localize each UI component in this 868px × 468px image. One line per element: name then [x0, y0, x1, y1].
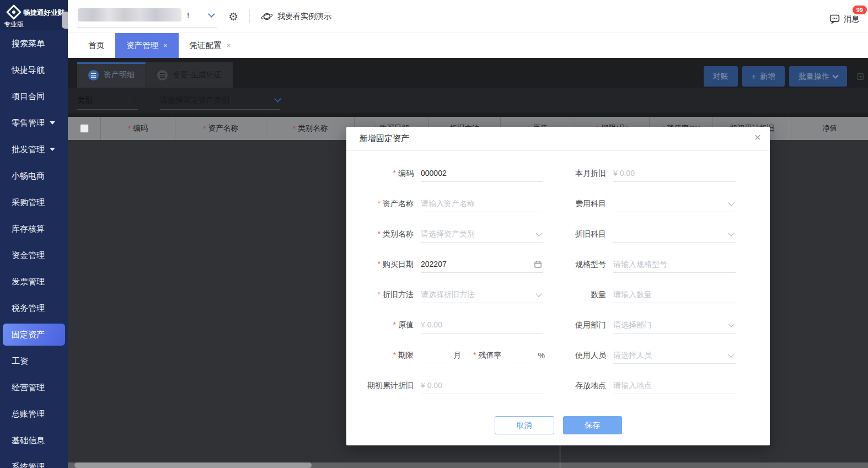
save-button[interactable]: 保存 [563, 416, 622, 434]
using-department-select[interactable] [613, 320, 736, 329]
subtab-asset-detail[interactable]: 资产明细 [77, 62, 146, 88]
main-area: ! ⚙ 我要看实例演示 消息 99 [68, 0, 868, 468]
brand-edition: 专业版 [4, 20, 24, 29]
horizontal-scrollbar [68, 462, 868, 468]
topbar-divider [249, 10, 250, 23]
toolbar: 对账 + 新增 批量操作 导 [704, 66, 868, 87]
sidebar-item-retail[interactable]: 零售管理 [0, 110, 68, 136]
field-code: 编码 [358, 158, 558, 189]
topbar: ! ⚙ 我要看实例演示 消息 99 [68, 0, 868, 33]
chevron-down-icon [832, 72, 838, 78]
field-expense-account: 费用科目 [558, 189, 757, 219]
horizontal-scrollbar-thumb[interactable] [74, 462, 312, 468]
select-all-checkbox[interactable] [80, 124, 89, 133]
storage-location-input[interactable] [613, 381, 736, 390]
add-button[interactable]: + 新增 [742, 66, 785, 87]
messages-badge: 99 [851, 4, 868, 15]
sidebar-item-funds[interactable]: 资金管理 [0, 242, 68, 268]
asset-category-filter[interactable]: 请选择固定资产类别 [160, 91, 280, 110]
sidebar-item-wholesale[interactable]: 批发管理 [0, 136, 68, 163]
form-column-right: 本月折旧 费用科目 折旧科目 规格型号 [558, 158, 757, 401]
chevron-down-icon [132, 96, 138, 102]
chevron-down-icon [274, 95, 281, 103]
tab-home[interactable]: 首页 [77, 33, 115, 58]
monthly-depreciation-input[interactable] [613, 169, 736, 177]
col-header-category: *类别名称 [266, 117, 355, 140]
field-initial-accum-depreciation: 期初累计折旧 [358, 370, 558, 401]
initial-accum-depreciation-input[interactable] [421, 381, 543, 390]
sidebar-item-system[interactable]: 系统管理 [0, 454, 68, 468]
dialog-body: 编码 资产名称 类别名称 购买日期 [346, 150, 770, 401]
dialog-header: 新增固定资产 × [346, 127, 770, 150]
change-voucher-icon [157, 70, 168, 80]
spec-model-input[interactable] [613, 260, 736, 268]
field-asset-name: 资产名称 [358, 189, 558, 219]
subtab-change-voucher[interactable]: 变更·生成凭证 [146, 62, 233, 88]
close-icon[interactable]: × [754, 131, 761, 143]
calendar-icon[interactable] [534, 260, 542, 268]
code-input[interactable] [421, 169, 543, 177]
expense-account-select[interactable] [613, 199, 736, 208]
sidebar-item-purchase[interactable]: 采购管理 [0, 189, 68, 216]
filter-row: 类别 请选择固定资产类别 [68, 88, 868, 113]
brand-logo-block: 畅捷通好业财 专业版 [0, 0, 68, 30]
close-tab-icon[interactable]: × [227, 41, 231, 50]
sidebar-item-quick-nav[interactable]: 快捷导航 [0, 57, 68, 83]
sidebar-item-operations[interactable]: 经营管理 [0, 374, 68, 401]
sidebar-item-fixed-assets[interactable]: 固定资产 [3, 324, 65, 346]
cancel-button[interactable]: 取消 [495, 416, 554, 434]
reconcile-button[interactable]: 对账 [704, 66, 738, 87]
message-bubble-icon [829, 13, 840, 25]
sidebar-item-general-ledger[interactable]: 总账管理 [0, 401, 68, 427]
sidebar-item-ecommerce[interactable]: 小畅电商 [0, 163, 68, 189]
planet-icon [261, 10, 273, 23]
main-tab-bar: 首页 资产管理 × 凭证配置 × [68, 33, 868, 58]
company-selector[interactable]: ! [77, 5, 217, 28]
tab-voucher-config[interactable]: 凭证配置 × [179, 33, 242, 58]
tab-asset-management[interactable]: 资产管理 × [115, 33, 179, 58]
category-select[interactable] [421, 229, 543, 238]
form-column-left: 编码 资产名称 类别名称 购买日期 [358, 158, 558, 401]
export-button-partial[interactable]: 导 [856, 72, 868, 82]
batch-actions-button[interactable]: 批量操作 [789, 66, 847, 87]
using-person-select[interactable] [613, 351, 736, 359]
col-header-code: *编码 [101, 117, 175, 140]
sidebar-item-inventory[interactable]: 库存核算 [0, 216, 68, 242]
filter-field-select[interactable]: 类别 [77, 91, 138, 110]
asset-name-input[interactable] [421, 199, 543, 208]
sidebar-item-tax[interactable]: 税务管理 [0, 295, 68, 321]
sidebar: 畅捷通好业财 专业版 搜索菜单 快捷导航 项目合同 零售管理 批发管理 小畅电商… [0, 0, 68, 468]
company-suffix: ! [187, 10, 189, 20]
depreciation-account-select[interactable] [613, 229, 736, 238]
col-header-net-value: 净值 [791, 117, 868, 140]
field-depreciation-account: 折旧科目 [558, 219, 757, 249]
dialog-title: 新增固定资产 [360, 133, 409, 144]
sidebar-item-search-menu[interactable]: 搜索菜单 [0, 30, 68, 57]
sidebar-item-base-info[interactable]: 基础信息 [0, 427, 68, 454]
gear-icon[interactable]: ⚙ [228, 11, 238, 22]
field-purchase-date: 购买日期 [358, 249, 558, 279]
demo-link[interactable]: 我要看实例演示 [261, 10, 331, 23]
residual-rate-input[interactable] [508, 348, 533, 357]
company-name-redacted [78, 8, 181, 21]
dialog-footer: 取消 保存 [346, 416, 770, 434]
depreciation-method-select[interactable] [421, 290, 543, 299]
field-spec-model: 规格型号 [558, 249, 757, 279]
purchase-date-input[interactable] [421, 260, 543, 268]
term-unit: 月 [453, 351, 461, 361]
caret-down-icon [50, 121, 55, 125]
sidebar-nav: 搜索菜单 快捷导航 项目合同 零售管理 批发管理 小畅电商 采购管理 库存核算 … [0, 30, 68, 468]
field-original-value: 原值 [358, 310, 558, 340]
term-months-input[interactable] [421, 348, 448, 357]
field-storage-location: 存放地点 [558, 370, 757, 401]
original-value-input[interactable] [421, 320, 543, 329]
sidebar-item-invoice[interactable]: 发票管理 [0, 268, 68, 295]
close-tab-icon[interactable]: × [163, 41, 168, 50]
sidebar-item-project-contract[interactable]: 项目合同 [0, 83, 68, 110]
demo-link-label: 我要看实例演示 [277, 12, 331, 21]
sidebar-item-payroll[interactable]: 工资 [0, 348, 68, 374]
quantity-input[interactable] [613, 290, 736, 299]
messages-label: 消息 [844, 14, 859, 24]
chevron-down-icon [208, 10, 215, 18]
messages-button[interactable]: 消息 99 [829, 13, 859, 25]
